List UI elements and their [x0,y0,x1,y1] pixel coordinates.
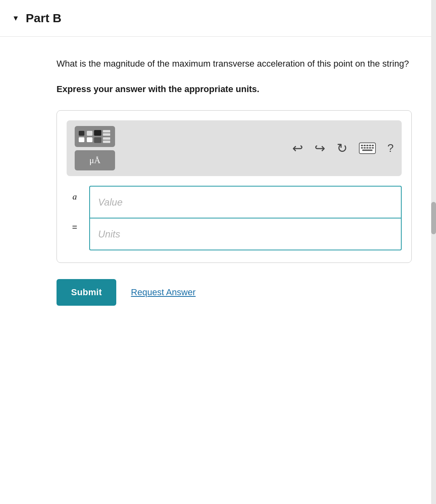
svg-rect-8 [364,145,366,146]
fraction-input-button[interactable] [75,126,115,147]
units-input[interactable] [89,218,402,250]
collapse-arrow-icon[interactable]: ▼ [12,14,19,23]
variable-label: a = [67,186,83,233]
toolbar-left-group: μÅ [75,126,115,170]
question-body: What is the magnitude of the maximum tra… [57,57,412,70]
toolbar-right-group: ↩ ↪ ↻ [292,141,394,156]
variable-letter: a [73,191,77,202]
scrollbar-thumb[interactable] [431,202,436,234]
svg-rect-4 [103,137,110,140]
value-input[interactable] [89,186,402,218]
math-toolbar: μÅ ↩ ↪ ↻ [67,120,402,176]
inputs-stack [89,186,402,250]
svg-rect-5 [103,141,110,143]
variable-equals: = [72,222,78,233]
svg-rect-14 [367,147,369,148]
svg-rect-7 [361,145,363,146]
svg-rect-3 [94,137,101,143]
keyboard-button[interactable] [359,142,376,154]
units-symbol-button[interactable]: μÅ [75,150,115,170]
reset-button[interactable]: ↻ [337,141,348,156]
svg-rect-11 [372,145,374,146]
fraction-icon-svg [93,129,111,144]
answer-container: μÅ ↩ ↪ ↻ [57,110,412,263]
svg-rect-2 [103,133,110,136]
submit-button[interactable]: Submit [57,279,116,306]
scrollbar[interactable] [431,0,436,504]
svg-rect-13 [364,147,366,148]
svg-rect-16 [372,147,374,148]
input-row: a = [67,186,402,250]
svg-rect-10 [369,145,371,146]
request-answer-link[interactable]: Request Answer [131,287,195,298]
svg-rect-15 [369,147,371,148]
bottom-actions: Submit Request Answer [57,279,412,306]
svg-rect-17 [363,149,373,151]
units-symbol-text: μÅ [89,155,101,166]
content-area: What is the magnitude of the maximum tra… [0,37,436,322]
question-instruction: Express your answer with the appropriate… [57,82,412,96]
fraction-grid-icon [79,131,93,142]
svg-rect-12 [361,147,363,148]
redo-button[interactable]: ↪ [314,141,325,156]
svg-rect-1 [103,130,110,132]
svg-rect-0 [94,130,101,136]
keyboard-icon-svg [359,142,376,154]
help-button[interactable]: ? [387,142,394,155]
part-title: Part B [26,11,61,25]
part-b-header: ▼ Part B [0,0,436,37]
svg-rect-9 [367,145,369,146]
undo-button[interactable]: ↩ [292,141,303,156]
